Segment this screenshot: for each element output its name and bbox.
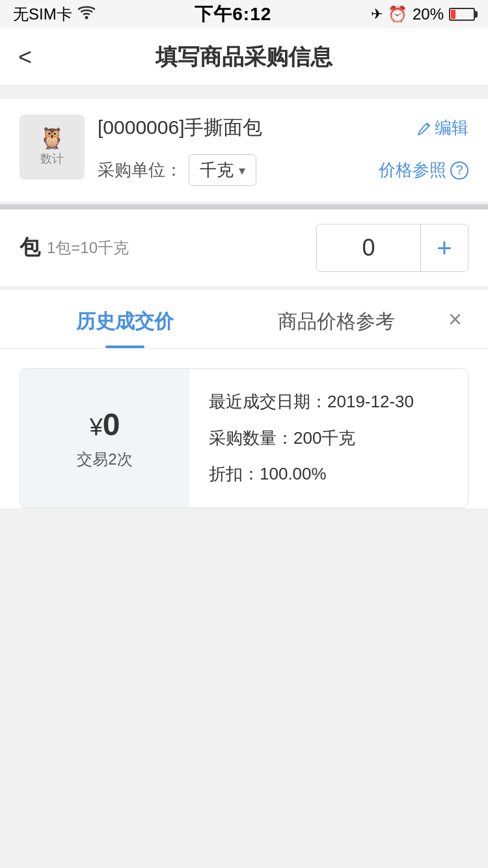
tabs-panel: 历史成交价 商品价格参考 × ¥0 交易2次 最近成交日期：2019-12-30: [0, 290, 488, 508]
edit-button[interactable]: 编辑: [418, 116, 468, 139]
quantity-plus-button[interactable]: +: [421, 224, 468, 271]
alarm-icon: ⏰: [388, 5, 407, 23]
product-name-text: 手撕面包: [184, 116, 262, 138]
purchase-qty-row: 采购数量：200千克: [209, 425, 448, 452]
svg-point-0: [85, 16, 88, 20]
purchase-unit-label: 采购单位：: [98, 159, 182, 182]
status-time: 下午6:12: [195, 2, 271, 27]
battery-percent: 20%: [413, 5, 444, 23]
discount-value: 100.00%: [260, 464, 327, 483]
history-card: ¥0 交易2次 最近成交日期：2019-12-30 采购数量：200千克 折扣：…: [20, 368, 468, 508]
recent-date-value: 2019-12-30: [327, 392, 414, 411]
tab-product-price-ref[interactable]: 商品价格参考: [230, 290, 441, 348]
quantity-unit-badge: 包: [20, 234, 40, 262]
nav-bar: < 填写商品采购信息: [0, 29, 488, 86]
product-info: [0000006]手撕面包 编辑 采购单位： 千克: [98, 115, 468, 186]
quantity-label: 包 1包=10千克: [20, 234, 129, 262]
history-price-section: ¥0 交易2次: [20, 369, 189, 508]
product-name: [0000006]手撕面包: [98, 115, 262, 141]
discount-row: 折扣：100.00%: [209, 461, 448, 488]
product-id: [0000006]: [98, 116, 184, 138]
status-right: ✈ ⏰ 20%: [371, 5, 475, 23]
price-ref-button[interactable]: 价格参照 ?: [379, 159, 468, 182]
product-header: 🦉 数计 [0000006]手撕面包 编辑: [20, 115, 468, 186]
unit-dropdown-arrow: ▾: [239, 163, 245, 178]
product-card: 🦉 数计 [0000006]手撕面包 编辑: [0, 99, 488, 202]
tabs-header: 历史成交价 商品价格参考 ×: [0, 290, 488, 349]
product-image: 🦉 数计: [20, 115, 85, 180]
purchase-qty-value: 200千克: [293, 428, 355, 448]
currency-symbol: ¥: [90, 414, 103, 441]
history-detail-section: 最近成交日期：2019-12-30 采购数量：200千克 折扣：100.00%: [189, 369, 468, 508]
product-thumbnail-label: 数计: [40, 151, 64, 167]
quantity-unit-hint: 1包=10千克: [47, 237, 129, 258]
tab-close-button[interactable]: ×: [442, 295, 468, 344]
trade-count: 交易2次: [77, 449, 132, 470]
tab-history-price-label: 历史成交价: [76, 310, 174, 332]
tab-active-indicator: [105, 346, 144, 348]
price-ref-label: 价格参照: [379, 159, 446, 182]
main-content: 🦉 数计 [0000006]手撕面包 编辑: [0, 99, 488, 868]
battery-icon: [449, 8, 475, 21]
unit-select[interactable]: 千克 ▾: [189, 154, 256, 186]
product-thumbnail-icon: 🦉: [39, 128, 65, 148]
quantity-value[interactable]: 0: [317, 224, 421, 271]
price-value: 0: [103, 407, 120, 442]
product-title-row: [0000006]手撕面包 编辑: [98, 115, 468, 141]
location-icon: ✈: [371, 6, 383, 23]
section-divider: [0, 204, 488, 210]
history-price: ¥0: [90, 407, 120, 442]
tab-history-price[interactable]: 历史成交价: [20, 290, 230, 348]
purchase-qty-label: 采购数量：: [209, 428, 293, 448]
price-ref-info-icon: ?: [450, 161, 468, 180]
recent-date-row: 最近成交日期：2019-12-30: [209, 388, 448, 416]
quantity-row: 包 1包=10千克 0 +: [0, 210, 488, 286]
edit-icon: [418, 121, 432, 135]
wifi-icon: [77, 5, 96, 23]
page-title: 填写商品采购信息: [156, 42, 332, 72]
back-button[interactable]: <: [18, 44, 32, 71]
recent-date-label: 最近成交日期：: [209, 392, 327, 411]
status-bar: 无SIM卡 下午6:12 ✈ ⏰ 20%: [0, 0, 488, 29]
unit-value: 千克: [200, 159, 234, 182]
status-left: 无SIM卡: [13, 4, 96, 25]
carrier-text: 无SIM卡: [13, 4, 72, 25]
quantity-input-group: 0 +: [316, 224, 468, 272]
purchase-unit-row: 采购单位： 千克 ▾ 价格参照 ?: [98, 154, 468, 186]
discount-label: 折扣：: [209, 464, 260, 483]
tab-product-price-ref-label: 商品价格参考: [278, 310, 395, 332]
